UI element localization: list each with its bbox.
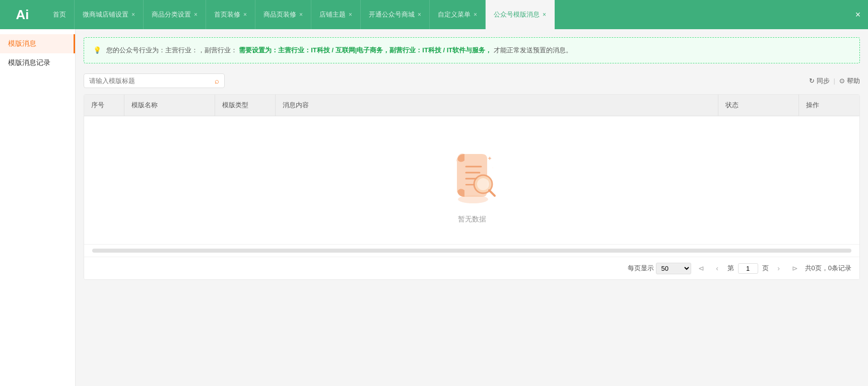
global-close-button[interactable]: × bbox=[848, 0, 868, 29]
tab-close-icon[interactable]: × bbox=[418, 12, 421, 18]
tab-close-icon[interactable]: × bbox=[131, 12, 135, 18]
horizontal-scrollbar[interactable] bbox=[92, 249, 851, 253]
scrollbar-row bbox=[84, 244, 859, 257]
top-nav: Ai 首页微商城店铺设置×商品分类设置×首页装修×商品页装修×店铺主题×开通公众… bbox=[0, 0, 868, 29]
sync-button[interactable]: ↻ 同步 bbox=[809, 76, 830, 86]
notice-suffix: 才能正常发送预置的消息。 bbox=[494, 46, 572, 54]
sidebar: 模版消息模版消息记录 bbox=[0, 29, 76, 386]
pagination: 每页显示 102050100 ⊲ ‹ 第 页 › ⊳ 共0页，0条记录 bbox=[84, 257, 859, 279]
next-page-button[interactable]: › bbox=[773, 262, 785, 274]
divider: | bbox=[834, 77, 835, 85]
tab-label: 首页装修 bbox=[214, 10, 240, 19]
sidebar-item-template-msg-log[interactable]: 模版消息记录 bbox=[0, 53, 75, 72]
sidebar-item-template-msg[interactable]: 模版消息 bbox=[0, 34, 75, 53]
search-icon[interactable]: ⌕ bbox=[215, 76, 219, 85]
last-page-button[interactable]: ⊳ bbox=[789, 262, 801, 274]
tab-label: 商品页装修 bbox=[263, 10, 296, 19]
notice-box: 💡 您的公众号行业为：主营行业：，副营行业： 需要设置为：主营行业：IT科技 /… bbox=[84, 37, 860, 63]
prev-page-button[interactable]: ‹ bbox=[711, 262, 723, 274]
page-size-label: 每页显示 bbox=[628, 264, 654, 273]
tab-label: 微商城店铺设置 bbox=[83, 10, 128, 19]
tab-templatemsg[interactable]: 公众号模版消息× bbox=[486, 0, 555, 29]
tab-label: 自定义菜单 bbox=[438, 10, 471, 19]
page-size-dropdown[interactable]: 102050100 bbox=[656, 263, 691, 274]
page-suffix: 页 bbox=[762, 264, 769, 273]
tab-close-icon[interactable]: × bbox=[349, 12, 352, 18]
tab-label: 开通公众号商城 bbox=[369, 10, 415, 19]
notice-highlight: 需要设置为：主营行业：IT科技 / 互联网|电子商务，副营行业：IT科技 / I… bbox=[239, 46, 492, 54]
help-button[interactable]: ⊙ 帮助 bbox=[839, 76, 860, 86]
logo: Ai bbox=[0, 0, 45, 29]
tab-label: 首页 bbox=[53, 10, 66, 19]
total-info: 共0页，0条记录 bbox=[805, 264, 851, 273]
tab-productpage[interactable]: 商品页装修× bbox=[255, 0, 311, 29]
col-index: 序号 bbox=[84, 95, 124, 116]
page-number-input[interactable] bbox=[738, 263, 758, 274]
svg-text:·: · bbox=[492, 166, 493, 170]
tab-close-icon[interactable]: × bbox=[194, 12, 197, 18]
tab-category[interactable]: 商品分类设置× bbox=[144, 0, 206, 29]
search-input-wrap[interactable]: ⌕ bbox=[84, 73, 225, 88]
empty-text: 暂无数据 bbox=[458, 215, 486, 224]
tab-close-icon[interactable]: × bbox=[299, 12, 303, 18]
empty-state: ✦ · 暂无数据 bbox=[84, 116, 859, 244]
tab-theme[interactable]: 店铺主题× bbox=[311, 0, 361, 29]
page-prefix: 第 bbox=[727, 264, 734, 273]
svg-text:✦: ✦ bbox=[487, 155, 492, 162]
sync-label: 同步 bbox=[817, 76, 830, 86]
search-bar: ⌕ ↻ 同步 | ⊙ 帮助 bbox=[84, 73, 860, 88]
col-type: 模版类型 bbox=[215, 95, 276, 116]
sync-icon: ↻ bbox=[809, 77, 815, 85]
tab-custommenu[interactable]: 自定义菜单× bbox=[430, 0, 486, 29]
tab-home[interactable]: 首页 bbox=[45, 0, 75, 29]
tab-close-icon[interactable]: × bbox=[543, 12, 546, 18]
tab-homepage[interactable]: 首页装修× bbox=[206, 0, 255, 29]
svg-line-7 bbox=[489, 190, 495, 196]
bulb-icon: 💡 bbox=[93, 46, 101, 54]
table-wrap: 序号 模版名称 模版类型 消息内容 状态 操作 bbox=[84, 94, 860, 280]
col-status: 状态 bbox=[718, 95, 799, 116]
help-label: 帮助 bbox=[847, 76, 860, 86]
first-page-button[interactable]: ⊲ bbox=[695, 262, 707, 274]
search-input[interactable] bbox=[89, 77, 215, 85]
tab-label: 公众号模版消息 bbox=[494, 10, 540, 19]
notice-prefix: 您的公众号行业为：主营行业：，副营行业： bbox=[106, 46, 237, 54]
main-layout: 模版消息模版消息记录 💡 您的公众号行业为：主营行业：，副营行业： 需要设置为：… bbox=[0, 29, 868, 386]
tab-mall[interactable]: 开通公众号商城× bbox=[361, 0, 430, 29]
col-content: 消息内容 bbox=[276, 95, 718, 116]
tab-bar: 首页微商城店铺设置×商品分类设置×首页装修×商品页装修×店铺主题×开通公众号商城… bbox=[45, 0, 848, 29]
svg-point-6 bbox=[477, 178, 489, 190]
toolbar-right: ↻ 同步 | ⊙ 帮助 bbox=[809, 76, 860, 86]
page-size-select: 每页显示 102050100 bbox=[628, 263, 691, 274]
help-icon: ⊙ bbox=[839, 77, 845, 85]
tab-label: 店铺主题 bbox=[319, 10, 346, 19]
col-name: 模版名称 bbox=[124, 95, 215, 116]
empty-illustration: ✦ · bbox=[442, 146, 502, 207]
tab-label: 商品分类设置 bbox=[152, 10, 191, 19]
tab-close-icon[interactable]: × bbox=[243, 12, 247, 18]
table-header: 序号 模版名称 模版类型 消息内容 状态 操作 bbox=[84, 95, 859, 116]
tab-wshop[interactable]: 微商城店铺设置× bbox=[75, 0, 144, 29]
tab-close-icon[interactable]: × bbox=[474, 12, 477, 18]
content-area: 💡 您的公众号行业为：主营行业：，副营行业： 需要设置为：主营行业：IT科技 /… bbox=[76, 29, 868, 386]
col-action: 操作 bbox=[799, 95, 859, 116]
